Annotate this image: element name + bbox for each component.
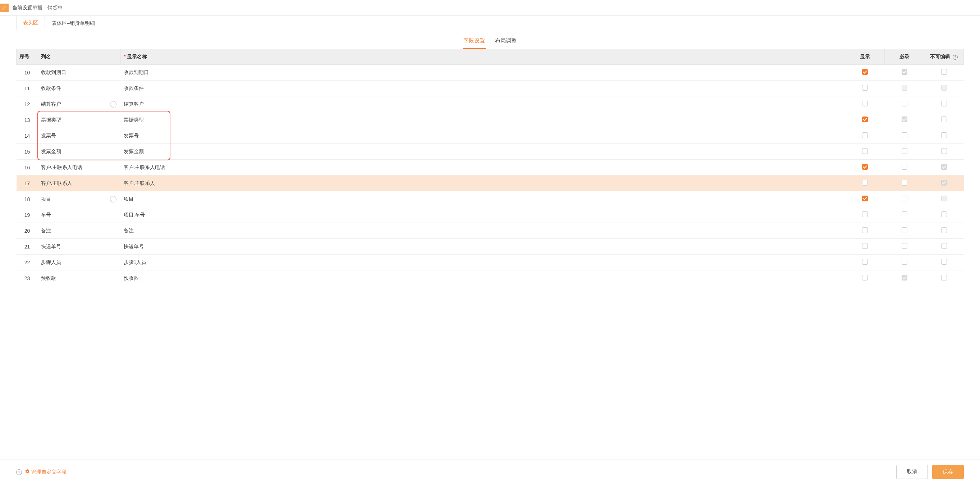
table-row: 23预收款预收款: [16, 271, 964, 286]
table-row: 18项目+项目: [16, 191, 964, 207]
checkbox-show[interactable]: [862, 164, 868, 170]
checkbox-required: [902, 85, 907, 91]
checkbox-show[interactable]: [862, 148, 868, 154]
cell-show: [845, 223, 885, 239]
table-row: 21快递单号快递单号: [16, 239, 964, 255]
checkbox-required[interactable]: [902, 132, 907, 138]
checkbox-required: [902, 116, 907, 122]
add-icon[interactable]: +: [110, 101, 116, 108]
checkbox-show[interactable]: [862, 243, 868, 249]
checkbox-show[interactable]: [862, 275, 868, 280]
table-row: 16客户.主联系人电话客户.主联系人电话: [16, 160, 964, 175]
help-icon[interactable]: ?: [953, 55, 958, 60]
checkbox-readonly[interactable]: [941, 259, 947, 265]
cell-show: [845, 255, 885, 271]
cell-show: [845, 81, 885, 96]
expand-panel-button[interactable]: [0, 3, 9, 12]
cell-display[interactable]: 步骤1人员: [121, 255, 845, 271]
main-tabs: 表头区表体区–销货单明细: [0, 16, 980, 30]
cell-readonly: [924, 271, 964, 286]
tab-0[interactable]: 表头区: [16, 16, 45, 30]
checkbox-required[interactable]: [902, 101, 907, 107]
cell-name-text: 预收款: [41, 275, 56, 281]
cell-show: [845, 239, 885, 255]
checkbox-readonly[interactable]: [941, 243, 947, 249]
cell-display[interactable]: 项目.车号: [121, 207, 845, 223]
required-star-icon: *: [124, 54, 126, 59]
table-row: 14发票号发票号: [16, 128, 964, 144]
checkbox-readonly[interactable]: [941, 227, 947, 233]
cell-seq: 13: [16, 112, 38, 128]
cell-display[interactable]: 收款条件: [121, 81, 845, 96]
cell-show: [845, 271, 885, 286]
checkbox-show[interactable]: [862, 85, 868, 91]
tab-1[interactable]: 表体区–销货单明细: [45, 16, 102, 30]
checkbox-show[interactable]: [862, 132, 868, 138]
cell-name: 票据类型: [38, 112, 121, 128]
checkbox-required[interactable]: [902, 212, 907, 217]
checkbox-show[interactable]: [862, 101, 868, 107]
checkbox-required[interactable]: [902, 227, 907, 233]
add-icon[interactable]: +: [110, 196, 116, 202]
checkbox-show[interactable]: [862, 116, 868, 122]
cell-required: [885, 96, 924, 112]
cell-display[interactable]: 客户.主联系人: [121, 175, 845, 191]
cell-display[interactable]: 预收款: [121, 271, 845, 286]
checkbox-readonly[interactable]: [941, 275, 947, 280]
checkbox-readonly[interactable]: [941, 212, 947, 217]
cell-name-text: 收款到期日: [41, 69, 66, 75]
cell-display[interactable]: 客户.主联系人电话: [121, 160, 845, 175]
col-readonly-header: 不可编辑 ?: [924, 49, 964, 65]
title-prefix: 当前设置单据：: [12, 5, 48, 10]
subtab-0[interactable]: 字段设置: [463, 35, 486, 49]
cell-name-text: 客户.主联系人电话: [41, 164, 83, 170]
cell-name: 发票金额: [38, 144, 121, 160]
checkbox-readonly[interactable]: [941, 69, 947, 75]
cell-readonly: [924, 96, 964, 112]
cell-display[interactable]: 备注: [121, 223, 845, 239]
cell-display[interactable]: 结算客户: [121, 96, 845, 112]
checkbox-readonly: [941, 164, 947, 170]
checkbox-required[interactable]: [902, 148, 907, 154]
cell-required: [885, 255, 924, 271]
cell-display[interactable]: 快递单号: [121, 239, 845, 255]
cell-seq: 22: [16, 255, 38, 271]
checkbox-required[interactable]: [902, 243, 907, 249]
cell-readonly: [924, 65, 964, 81]
checkbox-show[interactable]: [862, 69, 868, 75]
checkbox-required[interactable]: [902, 164, 907, 170]
cell-display[interactable]: 项目: [121, 191, 845, 207]
cell-name-text: 结算客户: [41, 101, 61, 107]
cell-readonly: [924, 223, 964, 239]
checkbox-readonly[interactable]: [941, 132, 947, 138]
cell-seq: 14: [16, 128, 38, 144]
cell-display[interactable]: 票据类型: [121, 112, 845, 128]
checkbox-show[interactable]: [862, 259, 868, 265]
cell-display[interactable]: 收款到期日: [121, 65, 845, 81]
cell-name: 车号: [38, 207, 121, 223]
cell-name: 预收款: [38, 271, 121, 286]
fields-table: 序号 列名 *显示名称 显示 必录 不可编辑 ? 10收款到期日收款到期日11收…: [16, 49, 964, 286]
checkbox-show[interactable]: [862, 212, 868, 217]
cell-display[interactable]: 发票号: [121, 128, 845, 144]
checkbox-required[interactable]: [902, 259, 907, 265]
checkbox-show[interactable]: [862, 227, 868, 233]
table-row: 17客户.主联系人客户.主联系人: [16, 175, 964, 191]
table-row: 22步骤人员步骤1人员: [16, 255, 964, 271]
checkbox-readonly[interactable]: [941, 101, 947, 107]
cell-name: 项目+: [38, 191, 121, 207]
checkbox-show[interactable]: [862, 180, 868, 186]
checkbox-required[interactable]: [902, 196, 907, 201]
cell-display[interactable]: 发票金额: [121, 144, 845, 160]
cell-readonly: [924, 255, 964, 271]
cell-show: [845, 160, 885, 175]
subtab-1[interactable]: 布局调整: [494, 35, 517, 49]
cell-name-text: 发票号: [41, 133, 56, 139]
sub-tabs: 字段设置布局调整: [0, 30, 980, 49]
checkbox-required[interactable]: [902, 180, 907, 186]
checkbox-readonly[interactable]: [941, 116, 947, 122]
checkbox-show[interactable]: [862, 196, 868, 201]
cell-name-text: 发票金额: [41, 148, 61, 154]
cell-name: 发票号: [38, 128, 121, 144]
checkbox-readonly[interactable]: [941, 148, 947, 154]
